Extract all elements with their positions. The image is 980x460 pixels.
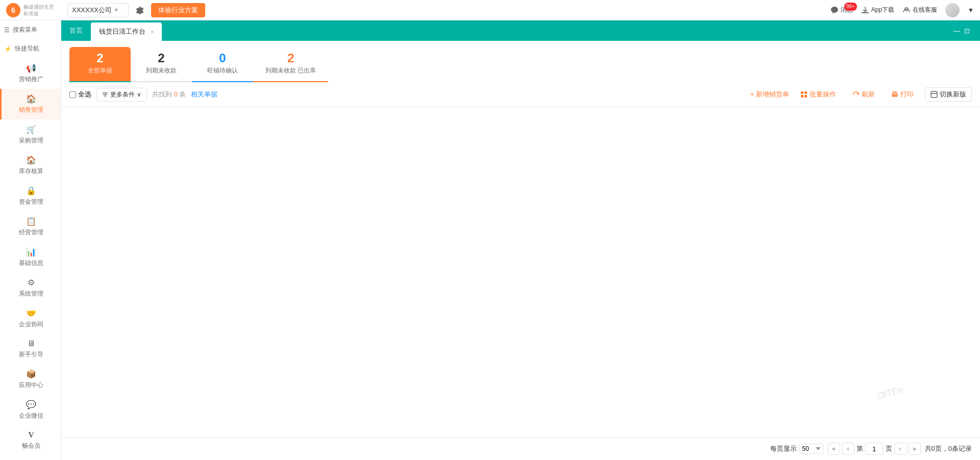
tab-bar: 首页 钱货日清工作台 × — ⊡	[61, 20, 980, 41]
search-icon: ☰	[4, 27, 10, 34]
table-area	[61, 107, 980, 437]
stats-row: 2 全部单据 2 到期未收款 0 旺铺待确认 2 到期未收款 已出库	[61, 41, 980, 82]
sidebar-item-member[interactable]: V 畅会员	[0, 425, 61, 455]
page-content: 2 全部单据 2 到期未收款 0 旺铺待确认 2 到期未收款 已出库	[61, 41, 980, 460]
print-btn-label: 打印	[900, 90, 914, 99]
tab-home[interactable]: 首页	[61, 20, 91, 41]
stat-pending-number: 0	[219, 51, 226, 65]
sidebar-sales-label: 销售管理	[19, 106, 43, 114]
total-info: 共0页，0条记录	[925, 444, 972, 453]
switch-icon	[930, 91, 938, 98]
quick-nav-icon: ⚡	[4, 45, 12, 53]
company-name: XXXXXX公司	[72, 6, 112, 15]
sidebar-item-inventory[interactable]: 🏠 库存核算	[0, 150, 61, 181]
logo-icon: 6	[6, 3, 20, 17]
stat-out-number: 2	[287, 51, 294, 65]
sales-icon: 🏠	[26, 94, 36, 104]
experience-btn[interactable]: 体验行业方案	[151, 3, 205, 17]
toolbar: 全选 更多条件 ∨ 共找到 0 条	[61, 82, 980, 107]
more-filter-btn[interactable]: 更多条件 ∨	[96, 88, 147, 102]
svg-rect-0	[862, 12, 869, 13]
stat-all-number: 2	[96, 51, 103, 65]
stat-card-out[interactable]: 2 到期未收款 已出库	[253, 47, 328, 82]
per-page-select[interactable]: 50 20 100	[799, 444, 824, 454]
sidebar-item-quick-nav[interactable]: ⚡ 快捷导航	[0, 39, 61, 58]
sidebar-purchase-label: 采购管理	[19, 136, 43, 145]
next-page-btn[interactable]: ›	[894, 443, 906, 455]
batch-btn-label: 批量操作	[810, 90, 836, 99]
wechat-icon: 💬	[26, 400, 36, 409]
sidebar-item-basic-info[interactable]: 📊 基础信息	[0, 242, 61, 273]
company-dropdown-arrow: ▼	[114, 7, 119, 13]
sidebar-marketing-label: 营销推广	[19, 75, 43, 84]
sidebar-member-label: 畅会员	[22, 442, 40, 450]
page-number-input[interactable]	[865, 443, 884, 455]
inventory-icon: 🏠	[26, 155, 36, 165]
sidebar-item-wechat[interactable]: 💬 企业微信	[0, 395, 61, 425]
print-btn[interactable]: 打印	[886, 88, 919, 101]
marketing-icon: 📢	[26, 63, 36, 73]
filter-dropdown-arrow: ∨	[137, 91, 141, 98]
batch-icon	[800, 91, 807, 98]
expand-tab-btn[interactable]: ⊡	[964, 27, 970, 35]
switch-version-btn[interactable]: 切换新版	[925, 87, 972, 102]
sidebar-item-marketing[interactable]: 📢 营销推广	[0, 58, 61, 89]
sidebar-item-app-center[interactable]: 📦 应用中心	[0, 364, 61, 395]
sidebar-item-cooperation[interactable]: 🤝 企业协同	[0, 303, 61, 334]
system-icon: ⚙	[28, 278, 35, 287]
stat-card-overdue[interactable]: 2 到期未收款	[131, 47, 192, 82]
stat-overdue-number: 2	[158, 51, 164, 65]
stat-card-pending[interactable]: 0 旺铺待确认	[192, 47, 253, 82]
more-filter-label: 更多条件	[110, 90, 135, 99]
found-count: 0	[174, 90, 178, 98]
message-btn[interactable]: 消息 99+	[830, 6, 853, 14]
main-layout: ☰ 搜索菜单 ⚡ 快捷导航 📢 营销推广 🏠 销售管理 🛒 采购管理 🏠 库存核…	[0, 20, 980, 460]
sidebar: ☰ 搜索菜单 ⚡ 快捷导航 📢 营销推广 🏠 销售管理 🛒 采购管理 🏠 库存核…	[0, 20, 61, 460]
sidebar-system-label: 系统管理	[19, 289, 43, 298]
tab-close-btn[interactable]: ×	[151, 29, 154, 35]
select-all-checkbox[interactable]: 全选	[69, 90, 91, 99]
first-page-btn[interactable]: «	[828, 443, 840, 455]
user-avatar[interactable]	[945, 3, 960, 17]
sidebar-item-sales[interactable]: 🏠 销售管理	[0, 89, 61, 119]
pagination: 每页显示 50 20 100 « ‹ 第 页 › » 共0页，0条记录	[61, 437, 980, 460]
minimize-tab-btn[interactable]: —	[953, 27, 960, 35]
refresh-btn[interactable]: 刷新	[847, 88, 880, 101]
online-service-btn[interactable]: 在线客服	[902, 6, 937, 14]
tab-work-station[interactable]: 钱货日清工作台 ×	[91, 22, 162, 41]
sidebar-item-operation[interactable]: 📋 经营管理	[0, 211, 61, 242]
sidebar-item-finance[interactable]: 🔒 资金管理	[0, 181, 61, 211]
sidebar-item-purchase[interactable]: 🛒 采购管理	[0, 119, 61, 150]
print-icon	[891, 91, 898, 98]
sidebar-appcenter-label: 应用中心	[19, 381, 43, 390]
svg-rect-6	[804, 91, 807, 94]
sidebar-item-system[interactable]: ⚙ 系统管理	[0, 273, 61, 303]
related-docs-link[interactable]: 相关单据	[191, 90, 217, 99]
filter-icon	[102, 91, 108, 98]
headset-icon	[902, 6, 911, 14]
prev-page-btn[interactable]: ‹	[842, 443, 854, 455]
batch-op-btn[interactable]: 批量操作	[795, 88, 841, 101]
logo-area: 6 畅捷通好生意 标准版	[6, 3, 67, 17]
logo-text: 畅捷通好生意 标准版	[23, 4, 54, 17]
stat-card-all[interactable]: 2 全部单据	[69, 47, 131, 82]
tab-work-station-label: 钱货日清工作台	[99, 27, 145, 36]
sidebar-quicknav-label: 快捷导航	[15, 44, 39, 53]
add-sale-btn[interactable]: + 新增销货单	[750, 90, 789, 99]
sidebar-inventory-label: 库存核算	[19, 167, 43, 176]
sidebar-operation-label: 经营管理	[19, 228, 43, 237]
per-page-section: 每页显示 50 20 100	[770, 444, 824, 454]
sidebar-cooperation-label: 企业协同	[19, 320, 43, 329]
app-download-btn[interactable]: App下载	[861, 6, 894, 14]
tab-expand-btns: — ⊡	[953, 27, 976, 35]
settings-icon-btn[interactable]	[133, 3, 147, 17]
username-area[interactable]: ▼	[968, 7, 974, 14]
select-all-input[interactable]	[69, 91, 76, 98]
sidebar-item-guide[interactable]: 🖥 新手引导	[0, 334, 61, 364]
sidebar-item-search-menu[interactable]: ☰ 搜索菜单	[0, 20, 61, 39]
last-page-btn[interactable]: »	[909, 443, 921, 455]
finance-icon: 🔒	[26, 186, 36, 196]
avatar-img	[945, 3, 960, 17]
top-bar-right: 消息 99+ App下载 在线客服 ▼	[830, 3, 974, 17]
company-selector[interactable]: XXXXXX公司 ▼	[67, 3, 129, 17]
